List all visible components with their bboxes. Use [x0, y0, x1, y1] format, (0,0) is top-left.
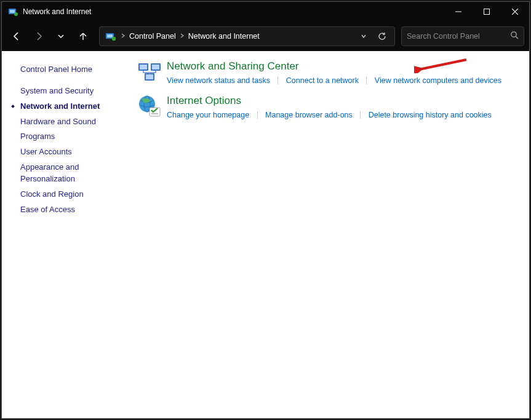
category-internet-options: Internet Options Change your homepage Ma… — [137, 94, 517, 120]
svg-rect-13 — [146, 74, 153, 79]
svg-rect-16 — [150, 108, 160, 116]
sub-link[interactable]: View network computers and devices — [375, 76, 501, 85]
svg-point-6 — [112, 36, 116, 40]
up-button[interactable] — [73, 26, 93, 46]
svg-point-7 — [511, 31, 516, 36]
separator — [366, 77, 367, 84]
chevron-right-icon — [178, 33, 186, 39]
svg-point-2 — [14, 12, 18, 16]
category-title-link[interactable]: Network and Sharing Center — [167, 60, 299, 73]
address-dropdown-button[interactable] — [355, 28, 372, 45]
titlebar: Network and Internet — [2, 2, 529, 22]
sidebar-item-appearance[interactable]: Appearance and Personalization — [7, 160, 124, 187]
sidebar-item-system-security[interactable]: System and Security — [7, 84, 124, 99]
search-input[interactable] — [407, 32, 510, 41]
svg-rect-3 — [484, 9, 490, 15]
sidebar-item-ease-access[interactable]: Ease of Access — [7, 202, 124, 218]
close-button[interactable] — [501, 2, 529, 22]
main-panel: Network and Sharing Center View network … — [131, 51, 529, 418]
svg-rect-1 — [10, 10, 15, 13]
breadcrumb-item[interactable]: Network and Internet — [186, 32, 262, 41]
separator — [277, 77, 278, 84]
svg-rect-11 — [152, 65, 159, 69]
refresh-button[interactable] — [373, 28, 391, 45]
svg-rect-5 — [107, 34, 113, 38]
chevron-right-icon — [119, 33, 127, 39]
sidebar-item-clock-region[interactable]: Clock and Region — [7, 187, 124, 202]
category-title-link[interactable]: Internet Options — [167, 94, 241, 108]
search-box[interactable] — [401, 26, 524, 46]
sub-links-row: Change your homepage Manage browser add-… — [167, 109, 517, 120]
category-network-sharing: Network and Sharing Center View network … — [137, 60, 517, 85]
app-icon — [8, 7, 18, 17]
separator — [360, 111, 361, 119]
sidebar-item-hardware-sound[interactable]: Hardware and Sound — [7, 114, 124, 130]
sub-link[interactable]: Change your homepage — [167, 111, 249, 119]
address-bar[interactable]: Control Panel Network and Internet — [99, 26, 395, 46]
maximize-button[interactable] — [473, 2, 501, 22]
search-icon[interactable] — [510, 31, 519, 42]
sidebar-item-user-accounts[interactable]: User Accounts — [7, 145, 124, 160]
sidebar-item-network-internet[interactable]: Network and Internet — [7, 99, 124, 114]
back-button[interactable] — [7, 26, 26, 46]
svg-rect-9 — [140, 65, 147, 69]
minimize-button[interactable] — [444, 2, 473, 22]
sidebar-home-link[interactable]: Control Panel Home — [7, 62, 124, 77]
sub-link[interactable]: View network status and tasks — [167, 76, 270, 85]
internet-options-icon — [137, 94, 162, 119]
window-controls — [444, 2, 529, 22]
content-area: Control Panel Home System and Security N… — [2, 51, 529, 418]
sub-link[interactable]: Manage browser add-ons — [265, 111, 353, 119]
sidebar-item-programs[interactable]: Programs — [7, 129, 124, 145]
forward-button[interactable] — [29, 26, 49, 46]
breadcrumb-item[interactable]: Control Panel — [127, 32, 178, 41]
window-frame: Network and Internet — [1, 1, 530, 419]
network-sharing-icon — [137, 60, 162, 84]
location-icon — [105, 30, 117, 42]
toolbar: Control Panel Network and Internet — [2, 22, 529, 51]
sub-link[interactable]: Connect to a network — [286, 76, 359, 85]
sub-links-row: View network status and tasks Connect to… — [167, 74, 517, 85]
sub-link[interactable]: Delete browsing history and cookies — [369, 111, 492, 119]
recent-locations-button[interactable] — [51, 26, 71, 46]
separator — [257, 111, 258, 119]
sidebar: Control Panel Home System and Security N… — [2, 51, 131, 418]
window-title: Network and Internet — [23, 7, 444, 16]
